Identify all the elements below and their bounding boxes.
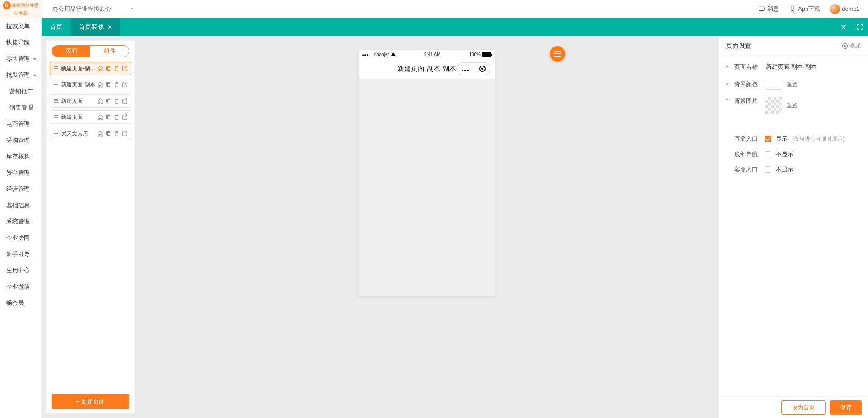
nav-item[interactable]: 应用中心 — [0, 262, 41, 279]
tab-home[interactable]: 首页 — [42, 18, 71, 36]
phone-statusbar: chanjet 9:41 AM 100% — [359, 50, 495, 59]
drag-handle-icon[interactable] — [53, 99, 59, 103]
page-name-label: 新建页面-副本 — [61, 81, 95, 89]
share-icon[interactable] — [122, 65, 128, 71]
nav-item[interactable]: 资金管理 — [0, 165, 41, 181]
user-menu[interactable]: demo2 — [830, 4, 860, 14]
nav-item[interactable]: 电商管理 — [0, 116, 41, 132]
page-panel: 页面 组件 新建页面-副本...新建页面-副本新建页面新建页面昊天文具店 + 新… — [46, 41, 135, 413]
nav-item[interactable]: 系统管理 — [0, 214, 41, 230]
copy-icon[interactable] — [105, 130, 112, 137]
bg-image-picker[interactable] — [765, 97, 782, 114]
service-checkbox[interactable] — [765, 166, 771, 173]
nav-item[interactable]: 畅会员 — [0, 295, 41, 311]
set-home-button[interactable]: 设为首页 — [781, 400, 826, 415]
home-icon[interactable] — [97, 81, 104, 88]
live-checkbox[interactable] — [765, 136, 771, 142]
account-dropdown[interactable]: 办公用品行业模拟账套 — [48, 3, 138, 15]
share-icon[interactable] — [122, 114, 128, 120]
page-row[interactable]: 新建页面-副本 — [50, 78, 131, 91]
battery-label: 100% — [469, 52, 481, 57]
share-icon[interactable] — [122, 98, 128, 104]
nav-item[interactable]: 基础信息 — [0, 197, 41, 214]
nav-item[interactable]: 企业微信 — [0, 279, 41, 295]
page-name-label: 新建页面-副本... — [61, 65, 95, 72]
app-download-link[interactable]: App下载 — [789, 5, 820, 13]
phone-preview: chanjet 9:41 AM 100% 新建页面-副本-副本 — [359, 50, 495, 296]
drag-handle-icon[interactable] — [53, 66, 59, 71]
messages-link[interactable]: 消息 — [758, 5, 779, 13]
tabbar-close-button[interactable] — [838, 22, 849, 33]
del-icon[interactable] — [113, 81, 120, 88]
left-nav: 搜索菜单快捷导航零售管理批发管理营销推广销售管理电商管理采购管理库存核算资金管理… — [0, 18, 42, 418]
miniapp-capsule[interactable] — [456, 62, 491, 75]
bottom-bar: 设为首页 保存 — [719, 396, 868, 418]
home-icon[interactable] — [97, 65, 104, 71]
miniapp-title: 新建页面-副本-副本 — [397, 65, 456, 73]
page-row[interactable]: 新建页面-副本... — [50, 62, 131, 75]
page-name-label: 新建页面 — [61, 114, 95, 121]
share-icon[interactable] — [122, 81, 128, 88]
page-row[interactable]: 昊天文具店 — [50, 127, 131, 140]
bg-image-reset[interactable]: 重置 — [787, 102, 797, 109]
nav-item[interactable]: 经营管理 — [0, 181, 41, 197]
fullscreen-icon — [857, 24, 863, 30]
copy-icon[interactable] — [105, 65, 112, 71]
close-icon[interactable]: ✕ — [108, 24, 112, 30]
segment-pages[interactable]: 页面 — [52, 46, 90, 57]
home-icon[interactable] — [97, 130, 104, 137]
row-live-entry: 直播入口 显示 (仅当进行直播时展示) — [726, 135, 861, 143]
page-row[interactable]: 新建页面 — [50, 110, 131, 124]
del-icon[interactable] — [113, 114, 120, 120]
nav-item[interactable]: 快捷导航 — [0, 34, 41, 51]
home-icon[interactable] — [97, 114, 104, 120]
video-link[interactable]: 视频 — [842, 42, 861, 50]
nav-subitem[interactable]: 销售管理 — [0, 100, 41, 116]
row-bottom-nav: 底部导航 不显示 — [726, 150, 861, 158]
bottom-nav-checkbox[interactable] — [765, 151, 771, 157]
tab-page-design[interactable]: 首页装修 ✕ — [71, 18, 120, 36]
wifi-icon — [391, 52, 396, 56]
save-button[interactable]: 保存 — [830, 400, 862, 415]
drag-handle-icon[interactable] — [53, 83, 59, 87]
del-icon[interactable] — [113, 65, 120, 71]
drag-handle-icon[interactable] — [53, 132, 59, 136]
fullscreen-button[interactable] — [854, 22, 865, 33]
del-icon[interactable] — [113, 98, 120, 104]
segment-components[interactable]: 组件 — [90, 46, 129, 57]
copy-icon[interactable] — [105, 114, 112, 120]
floating-menu-button[interactable] — [550, 46, 565, 62]
logo[interactable]: b 畅捷通好生意 标准版 — [0, 0, 42, 18]
svg-rect-0 — [759, 7, 764, 10]
nav-item[interactable]: 批发管理 — [0, 67, 41, 83]
logo-brand: 畅捷通好生意 — [12, 2, 39, 9]
bg-color-reset[interactable]: 重置 — [787, 81, 797, 89]
row-bg-image: *背景图片 重置 — [726, 97, 861, 114]
home-icon[interactable] — [97, 98, 104, 104]
topbar: b 畅捷通好生意 标准版 办公用品行业模拟账套 消息 App下载 demo2 — [0, 0, 868, 18]
bg-color-swatch[interactable] — [765, 80, 782, 90]
nav-subitem[interactable]: 营销推广 — [0, 83, 41, 100]
phone-icon — [789, 5, 796, 13]
page-row[interactable]: 新建页面 — [50, 94, 131, 108]
carrier-label: chanjet — [374, 52, 389, 57]
close-miniapp-icon — [479, 66, 486, 72]
page-name-input[interactable] — [765, 62, 861, 72]
nav-item[interactable]: 新手引导 — [0, 246, 41, 262]
logo-icon: b — [3, 1, 11, 10]
config-title: 页面设置 — [726, 42, 751, 50]
nav-item[interactable]: 库存核算 — [0, 148, 41, 165]
nav-item[interactable]: 企业协同 — [0, 230, 41, 246]
phone-body[interactable] — [359, 79, 495, 296]
nav-item[interactable]: 采购管理 — [0, 132, 41, 148]
page-name-label: 新建页面 — [61, 97, 95, 105]
del-icon[interactable] — [113, 130, 120, 137]
share-icon[interactable] — [122, 130, 128, 137]
nav-item[interactable]: 零售管理 — [0, 51, 41, 67]
copy-icon[interactable] — [105, 81, 112, 88]
row-service-entry: 客服入口 不显示 — [726, 166, 861, 174]
drag-handle-icon[interactable] — [53, 115, 59, 119]
new-page-button[interactable]: + 新建页面 — [52, 394, 129, 409]
nav-item[interactable]: 搜索菜单 — [0, 18, 41, 34]
copy-icon[interactable] — [105, 98, 112, 104]
